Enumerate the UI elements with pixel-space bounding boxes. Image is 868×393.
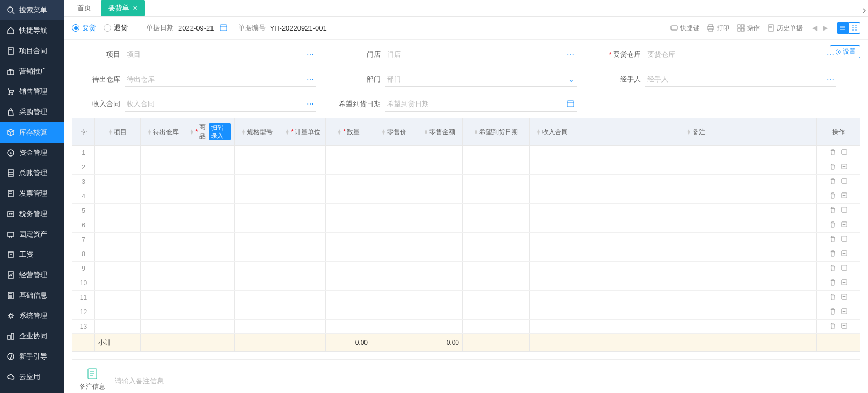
- expect-date-input[interactable]: [385, 97, 577, 112]
- cell-product[interactable]: [186, 291, 235, 305]
- delete-row-icon[interactable]: [829, 149, 836, 157]
- cell-remark[interactable]: [575, 189, 817, 203]
- add-row-icon[interactable]: [841, 192, 848, 201]
- delete-row-icon[interactable]: [829, 279, 836, 287]
- cell-contract[interactable]: [530, 276, 575, 290]
- add-row-icon[interactable]: [841, 177, 848, 186]
- add-row-icon[interactable]: [841, 149, 848, 157]
- ellipsis-icon[interactable]: ⋯: [307, 50, 314, 59]
- cell-product[interactable]: [186, 247, 235, 261]
- cell-qty[interactable]: [326, 160, 371, 174]
- ellipsis-icon[interactable]: ⋯: [567, 50, 574, 59]
- cell-qty[interactable]: [326, 146, 371, 160]
- cell-contract[interactable]: [530, 291, 575, 305]
- delete-row-icon[interactable]: [829, 264, 836, 273]
- cell-spec[interactable]: [235, 204, 280, 218]
- sidebar-item-invoice[interactable]: 发票管理: [0, 183, 64, 204]
- cell-out-wh[interactable]: [141, 291, 186, 305]
- cell-project[interactable]: [95, 233, 141, 247]
- sidebar-item-gift[interactable]: 营销推广: [0, 61, 64, 81]
- cell-spec[interactable]: [235, 320, 280, 333]
- cell-out-wh[interactable]: [141, 218, 186, 232]
- cell-remark[interactable]: [575, 262, 817, 276]
- cell-qty[interactable]: [326, 320, 371, 333]
- cell-qty[interactable]: [326, 291, 371, 305]
- cell-product[interactable]: [186, 276, 235, 290]
- sidebar-item-tax[interactable]: 税务管理: [0, 204, 64, 224]
- radio-return[interactable]: 退货: [104, 23, 128, 33]
- cell-product[interactable]: [186, 175, 235, 189]
- cell-price[interactable]: [371, 291, 417, 305]
- add-row-icon[interactable]: [841, 308, 848, 316]
- sidebar-item-bag[interactable]: 采购管理: [0, 102, 64, 122]
- delete-row-icon[interactable]: [829, 192, 836, 201]
- cell-contract[interactable]: [530, 175, 575, 189]
- chevron-down-icon[interactable]: ⌄: [568, 75, 574, 84]
- cell-contract[interactable]: [530, 204, 575, 218]
- cell-qty[interactable]: [326, 262, 371, 276]
- th-out-warehouse[interactable]: ▲▼待出仓库: [141, 118, 186, 145]
- cell-qty[interactable]: [326, 233, 371, 247]
- cell-qty[interactable]: [326, 175, 371, 189]
- cell-project[interactable]: [95, 276, 141, 290]
- tab-home[interactable]: 首页: [70, 0, 99, 16]
- th-amount[interactable]: ▲▼零售金额: [417, 118, 463, 145]
- ellipsis-icon[interactable]: ⋯: [307, 75, 314, 84]
- cell-remark[interactable]: [575, 305, 817, 319]
- cell-price[interactable]: [371, 175, 417, 189]
- history-button[interactable]: 历史单据: [767, 24, 803, 33]
- table-row[interactable]: 12: [72, 305, 860, 320]
- cell-amount[interactable]: [417, 175, 463, 189]
- cell-unit[interactable]: [280, 320, 326, 333]
- cell-out-wh[interactable]: [141, 160, 186, 174]
- cell-expect-date[interactable]: [463, 276, 530, 290]
- add-row-icon[interactable]: [841, 250, 848, 258]
- delete-row-icon[interactable]: [829, 163, 836, 172]
- delete-row-icon[interactable]: [829, 221, 836, 229]
- cell-out-wh[interactable]: [141, 320, 186, 333]
- cell-remark[interactable]: [575, 276, 817, 290]
- cell-project[interactable]: [95, 146, 141, 160]
- cell-product[interactable]: [186, 160, 235, 174]
- table-row[interactable]: 13: [72, 320, 860, 334]
- cell-product[interactable]: [186, 320, 235, 333]
- cell-expect-date[interactable]: [463, 262, 530, 276]
- cell-remark[interactable]: [575, 160, 817, 174]
- cell-qty[interactable]: [326, 204, 371, 218]
- cell-out-wh[interactable]: [141, 189, 186, 203]
- cell-product[interactable]: [186, 233, 235, 247]
- cell-qty[interactable]: [326, 247, 371, 261]
- out-warehouse-input[interactable]: [125, 72, 316, 87]
- cell-remark[interactable]: [575, 146, 817, 160]
- cell-unit[interactable]: [280, 305, 326, 319]
- project-input[interactable]: [125, 47, 316, 62]
- cell-amount[interactable]: [417, 291, 463, 305]
- cell-product[interactable]: [186, 218, 235, 232]
- cell-remark[interactable]: [575, 233, 817, 247]
- table-row[interactable]: 6: [72, 218, 860, 233]
- sidebar-item-biz[interactable]: 经营管理: [0, 265, 64, 285]
- delete-row-icon[interactable]: [829, 322, 836, 331]
- cell-unit[interactable]: [280, 291, 326, 305]
- cell-spec[interactable]: [235, 305, 280, 319]
- cell-expect-date[interactable]: [463, 160, 530, 174]
- cell-remark[interactable]: [575, 247, 817, 261]
- cell-expect-date[interactable]: [463, 305, 530, 319]
- table-row[interactable]: 4: [72, 189, 860, 204]
- cell-amount[interactable]: [417, 233, 463, 247]
- cell-product[interactable]: [186, 146, 235, 160]
- table-row[interactable]: 5: [72, 204, 860, 218]
- cell-amount[interactable]: [417, 146, 463, 160]
- cell-spec[interactable]: [235, 160, 280, 174]
- table-row[interactable]: 2: [72, 160, 860, 175]
- cell-contract[interactable]: [530, 262, 575, 276]
- cell-remark[interactable]: [575, 204, 817, 218]
- delete-row-icon[interactable]: [829, 177, 836, 186]
- cell-contract[interactable]: [530, 320, 575, 333]
- cell-unit[interactable]: [280, 204, 326, 218]
- cell-expect-date[interactable]: [463, 320, 530, 333]
- cell-amount[interactable]: [417, 262, 463, 276]
- cell-out-wh[interactable]: [141, 175, 186, 189]
- cell-project[interactable]: [95, 262, 141, 276]
- cell-project[interactable]: [95, 218, 141, 232]
